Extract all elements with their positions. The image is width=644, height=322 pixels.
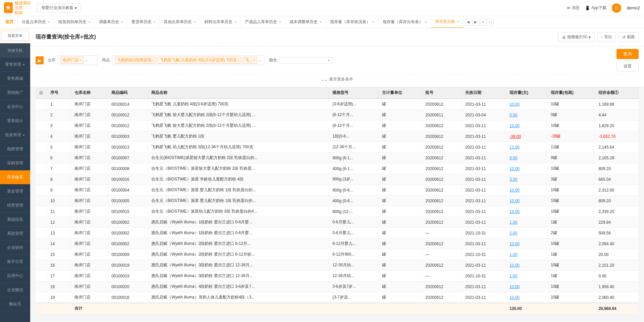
cell-qty-main[interactable]: -39.00 xyxy=(506,131,547,142)
cell-index: 12 xyxy=(47,217,71,228)
sidebar-item-mall[interactable]: 零售商城 xyxy=(0,72,30,86)
cell-qty-main[interactable]: 1.00 xyxy=(506,249,547,260)
more-goods[interactable]: ··· xyxy=(259,58,262,63)
print-button[interactable]: 🖨 按模板打印 ▾ xyxy=(558,32,594,42)
filter-expand-arrow[interactable]: ▶ xyxy=(36,56,44,64)
sidebar-item-retail[interactable]: 零售管理 ▼ xyxy=(0,58,30,72)
close-icon[interactable]: × xyxy=(194,20,196,24)
cell-batch: — xyxy=(422,249,462,260)
close-icon[interactable]: × xyxy=(121,20,123,24)
close-icon[interactable]: × xyxy=(89,20,91,24)
app-download-button[interactable]: 📱 App下载 xyxy=(585,5,606,11)
close-icon[interactable]: × xyxy=(234,20,236,24)
sidebar-item-inventory[interactable]: 库存核算 xyxy=(0,170,30,184)
cell-qty-main[interactable]: 9.00 xyxy=(506,153,547,163)
nav-next-arrow[interactable]: ▶ xyxy=(472,19,479,25)
sidebar-item-ecom[interactable]: 电商管理 xyxy=(0,142,30,156)
sidebar-item-stats[interactable]: 零售统计 xyxy=(0,114,30,128)
query-button[interactable]: 查询 xyxy=(616,49,639,59)
sidebar-item-marketing[interactable]: 营销推广 xyxy=(0,86,30,100)
quick-nav-button[interactable]: 快捷导航 xyxy=(1,46,29,55)
remove-warehouse-tag[interactable]: × xyxy=(80,59,82,62)
cell-qty-main[interactable]: 11.00 xyxy=(506,142,547,153)
sidebar-item-finance[interactable]: 资金管理 xyxy=(0,184,30,199)
message-button[interactable]: ✉ 消息 xyxy=(567,5,580,11)
sidebar-item-basic[interactable]: 基础信息 xyxy=(0,213,30,227)
tab-库存批次账[interactable]: 库存批次账 × xyxy=(431,16,464,28)
close-icon[interactable]: × xyxy=(372,20,374,24)
export-button[interactable]: ↑ 导出 xyxy=(597,32,616,42)
cell-qty-main[interactable]: 10.00 xyxy=(506,206,547,217)
close-icon[interactable]: × xyxy=(48,20,50,24)
tab-现存量库存状况表[interactable]: 现存量（库存状况表） × xyxy=(326,16,379,28)
cell-qty-main[interactable]: 10.00 xyxy=(506,163,547,174)
cell-qty-main[interactable]: 10.00 xyxy=(506,99,547,110)
nav-more-tabs[interactable]: □ xyxy=(487,19,494,25)
cell-qty-main[interactable]: 1.00 xyxy=(506,271,547,281)
nav-prev-arrow[interactable]: ◀ xyxy=(465,19,472,25)
remove-goods-tag-2[interactable]: × xyxy=(238,59,239,62)
cell-qty-main[interactable]: 10.00 xyxy=(506,120,547,131)
tab-home[interactable]: 首页 xyxy=(1,16,18,28)
cell-qty-main[interactable]: 10.00 xyxy=(506,292,547,303)
tab-材料出库单历史[interactable]: 材料出库单历史 × xyxy=(200,16,241,28)
cell-expire: 2021-03-11 xyxy=(462,174,506,185)
close-icon[interactable]: × xyxy=(279,20,281,24)
sidebar-item-member[interactable]: 会员中心 xyxy=(0,100,30,114)
more-warehouses[interactable]: ··· xyxy=(85,58,88,63)
close-icon[interactable]: × xyxy=(457,20,459,23)
sidebar-item-wholesale[interactable]: 批发管理 ▼ xyxy=(0,128,30,142)
sidebar-item-newguide[interactable]: 新手引导 xyxy=(0,255,30,269)
tab-要货单历史[interactable]: 要货单历史 × xyxy=(127,16,160,28)
sidebar-item-collab[interactable]: 企业协同 xyxy=(0,241,30,255)
sidebar-item-appcenter[interactable]: 应用中心 xyxy=(0,269,30,283)
industry-selector[interactable]: 母婴行业演示账套 ▾ xyxy=(37,3,81,12)
cell-qty-main[interactable]: 10.00 xyxy=(506,238,547,249)
search-menu-button[interactable]: 搜索英单 xyxy=(1,31,29,41)
warehouse-label: 仓库 xyxy=(48,57,56,63)
tab-产成品入库单历史[interactable]: 产成品入库单历史 × xyxy=(241,16,285,28)
data-table: ⚙ 序号 仓库名称 商品编码 商品名称 规格型号 主计量单位 批号 失效日期 现… xyxy=(36,87,639,314)
sidebar-item-entweixin[interactable]: 企业微信 xyxy=(0,283,30,297)
cell-qty-main[interactable]: 3.00 xyxy=(506,174,547,185)
cell-qty-main[interactable]: 10.00 xyxy=(506,260,547,271)
cell-qty-main[interactable]: 10.00 xyxy=(506,185,547,196)
nav-close-tab[interactable]: × xyxy=(480,19,486,25)
refresh-button[interactable]: ↺ 刷新 xyxy=(619,32,639,42)
close-icon[interactable]: × xyxy=(320,20,322,24)
col-setting[interactable]: ⚙ xyxy=(36,87,47,99)
remove-goods-tag-1[interactable]: × xyxy=(153,59,154,62)
tab-分盘点单历史[interactable]: 分盘点单历史 × xyxy=(18,16,54,28)
tab-其他出库单历史[interactable]: 其他出库单历史 × xyxy=(160,16,200,28)
tab-组装拆卸单历史[interactable]: 组装拆卸单历史 × xyxy=(54,16,95,28)
gear-icon[interactable]: ⚙ xyxy=(39,90,43,96)
sidebar-item-vip[interactable]: 畅会员 xyxy=(0,297,30,311)
remove-goods-tag-3[interactable]: × xyxy=(253,59,255,62)
expand-more-filters[interactable]: ⌄⌄ 展开更多条件 xyxy=(36,74,639,84)
cell-qty-main[interactable]: 10.00 xyxy=(506,281,547,292)
sidebar-item-bizops[interactable]: 经营管理 xyxy=(0,199,30,213)
goods-tag-group[interactable]: 飞鹤奶粉3段两提装 × 飞鹤星飞帆 儿童奶粉 4段(3-6岁适用) 700克 ×… xyxy=(112,55,265,65)
warehouse-tag-group[interactable]: 南岸门店 × ··· xyxy=(58,55,98,65)
cell-setting xyxy=(36,206,47,217)
cell-qty-main[interactable]: 2.00 xyxy=(506,228,547,238)
tab-现存量库存分布表[interactable]: 现存量（库存分布表） × xyxy=(379,16,431,28)
table-row: 17 南岸门店 00100019 惠氏启赋（Wyeth illuma）3段奶粉 … xyxy=(36,271,639,281)
cell-qty-main[interactable]: 1.00 xyxy=(506,217,547,228)
cell-expire: 2021-03-11 xyxy=(462,153,506,163)
tab-调拨单历史[interactable]: 调拨单历史 × xyxy=(95,16,127,28)
table-row: 14 南岸门店 00100002 惠氏启赋（Wyeth illuma）2段奶粉 … xyxy=(36,238,639,249)
sidebar-item-purchase[interactable]: 采购管理 xyxy=(0,156,30,170)
settings-button[interactable]: 设置 xyxy=(616,61,639,71)
cell-expire: 2021-10-31 xyxy=(462,228,506,238)
color-select[interactable]: ▾ xyxy=(279,57,333,63)
avatar: D xyxy=(612,3,621,13)
cell-qty-main[interactable]: 0.00 xyxy=(506,110,547,120)
cell-qty-main[interactable]: 10.00 xyxy=(506,196,547,206)
tab-成本调整单历史[interactable]: 成本调整单历史 × xyxy=(285,16,326,28)
sidebar-item-system[interactable]: 系统管理 xyxy=(0,227,30,241)
close-icon[interactable]: × xyxy=(425,20,427,24)
close-icon[interactable]: × xyxy=(154,20,156,24)
goods-tag-1: 飞鹤奶粉3段两提装 × xyxy=(115,57,156,64)
cell-batch: 20200612 xyxy=(422,217,462,228)
